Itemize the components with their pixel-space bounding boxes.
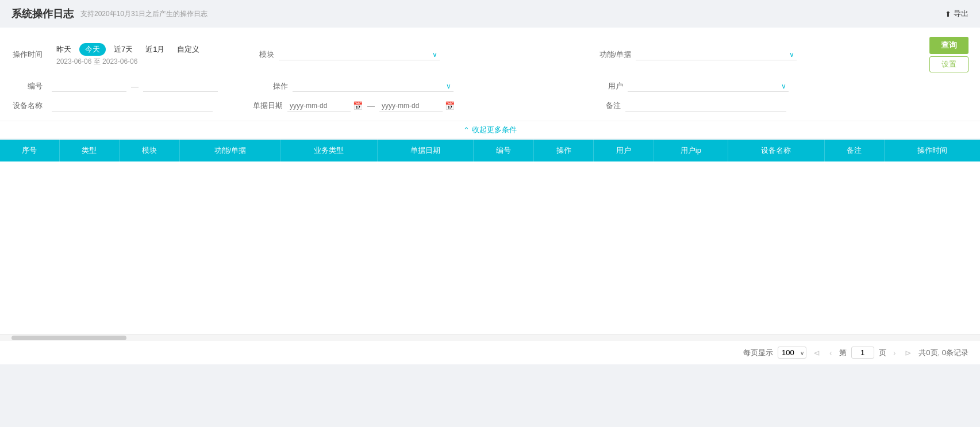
time-btn-7days[interactable]: 近7天 [109, 43, 137, 56]
col-module: 模块 [120, 140, 179, 161]
device-label: 设备名称 [13, 101, 47, 110]
page-subtitle: 支持2020年10月31日之后产生的操作日志 [80, 9, 207, 19]
page-title: 系统操作日志 [11, 7, 74, 21]
page-header: 系统操作日志 支持2020年10月31日之后产生的操作日志 ⬆ 导出 [0, 0, 980, 28]
date-dash: — [367, 102, 375, 110]
time-btn-today[interactable]: 今天 [79, 43, 106, 56]
col-operation: 操作 [533, 140, 593, 161]
function-select-wrapper: ∨ [636, 49, 797, 60]
remark-input[interactable] [625, 100, 786, 111]
date-label: 单据日期 [247, 101, 287, 111]
function-label: 功能/单据 [590, 49, 636, 60]
page-label: 第 [839, 348, 847, 358]
per-page-label: 每页显示 [743, 348, 773, 358]
page-size-select[interactable]: 10 20 50 100 [778, 347, 806, 359]
col-number: 序号 [0, 140, 59, 161]
pagination-bar: 每页显示 10 20 50 100 ⊲ ‹ 第 页 › ⊳ 共0页, 0条记录 [0, 341, 980, 364]
col-type: 类型 [59, 140, 119, 161]
operation-select-wrapper: ∨ [293, 80, 454, 92]
page-suffix: 页 [879, 348, 886, 358]
table-header: 序号 类型 模块 功能/单据 业务类型 单据日期 编号 操作 用户 用户ip 设… [0, 140, 980, 161]
user-select-wrapper: ∨ [628, 80, 789, 92]
number-end-input[interactable] [143, 80, 218, 92]
function-select[interactable] [636, 49, 797, 60]
settings-button[interactable]: 设置 [929, 56, 969, 72]
time-btn-1month[interactable]: 近1月 [141, 43, 169, 56]
scrollbar-thumb[interactable] [11, 336, 126, 340]
time-label: 操作时间 [13, 50, 47, 59]
col-user: 用户 [594, 140, 654, 161]
date-input-group: 📅 — 📅 [287, 101, 455, 111]
number-label: 编号 [28, 82, 47, 90]
filter-section: 操作时间 昨天 今天 近7天 近1月 自定义 2023-06-06 至 2023… [0, 28, 980, 121]
time-range: 2023-06-06 至 2023-06-06 [56, 57, 204, 67]
last-page-button[interactable]: ⊳ [902, 347, 914, 359]
prev-page-button[interactable]: ‹ [827, 347, 835, 359]
module-select[interactable] [279, 49, 440, 60]
time-buttons: 昨天 今天 近7天 近1月 自定义 [52, 43, 204, 56]
col-userip: 用户ip [654, 140, 728, 161]
horizontal-scrollbar[interactable] [0, 334, 980, 341]
export-button[interactable]: ⬆ 导出 [945, 9, 969, 19]
module-label: 模块 [239, 49, 279, 60]
time-btn-yesterday[interactable]: 昨天 [52, 43, 76, 56]
module-select-wrapper: ∨ [279, 49, 440, 60]
filter-row-2: 编号 — 操作 ∨ 用户 ∨ [11, 80, 969, 92]
collapse-icon: ⌃ [463, 126, 470, 134]
device-input[interactable] [52, 100, 213, 111]
collapse-label: 收起更多条件 [472, 125, 517, 135]
filter-row-3: 设备名称 单据日期 📅 — 📅 备注 [11, 100, 969, 111]
col-device: 设备名称 [728, 140, 824, 161]
total-info: 共0页, 0条记录 [918, 348, 969, 358]
export-label: 导出 [954, 9, 969, 19]
number-dash: — [131, 82, 139, 91]
date-start-input[interactable] [287, 101, 351, 111]
table-header-row: 序号 类型 模块 功能/单据 业务类型 单据日期 编号 操作 用户 用户ip 设… [0, 140, 980, 161]
action-buttons: 查询 设置 [929, 37, 969, 72]
col-biztype: 业务类型 [281, 140, 378, 161]
time-btn-custom[interactable]: 自定义 [172, 43, 204, 56]
operation-select[interactable] [293, 80, 454, 91]
operation-label: 操作 [252, 81, 293, 91]
remark-label: 备注 [579, 101, 625, 111]
table-section: 序号 类型 模块 功能/单据 业务类型 单据日期 编号 操作 用户 用户ip 设… [0, 140, 980, 334]
query-button[interactable]: 查询 [929, 37, 969, 54]
data-table: 序号 类型 模块 功能/单据 业务类型 单据日期 编号 操作 用户 用户ip 设… [0, 140, 980, 161]
page-size-wrapper: 10 20 50 100 [778, 347, 806, 359]
first-page-button[interactable]: ⊲ [811, 347, 823, 359]
user-select[interactable] [628, 80, 789, 91]
export-icon: ⬆ [945, 10, 951, 18]
col-optime: 操作时间 [884, 140, 980, 161]
collapse-bar: ⌃ 收起更多条件 [0, 121, 980, 139]
date-end-input[interactable] [379, 101, 443, 111]
next-page-button[interactable]: › [891, 347, 898, 359]
collapse-button[interactable]: ⌃ 收起更多条件 [463, 125, 517, 135]
user-label: 用户 [582, 81, 628, 91]
number-start-input[interactable] [52, 80, 126, 92]
empty-area [0, 161, 980, 334]
date-end-calendar-icon[interactable]: 📅 [445, 101, 455, 110]
col-remark: 备注 [824, 140, 884, 161]
col-number2: 编号 [474, 140, 533, 161]
col-date: 单据日期 [377, 140, 474, 161]
filter-row-1: 操作时间 昨天 今天 近7天 近1月 自定义 2023-06-06 至 2023… [11, 37, 969, 72]
col-function: 功能/单据 [179, 140, 280, 161]
page-input[interactable] [851, 347, 874, 359]
date-start-calendar-icon[interactable]: 📅 [353, 101, 363, 110]
